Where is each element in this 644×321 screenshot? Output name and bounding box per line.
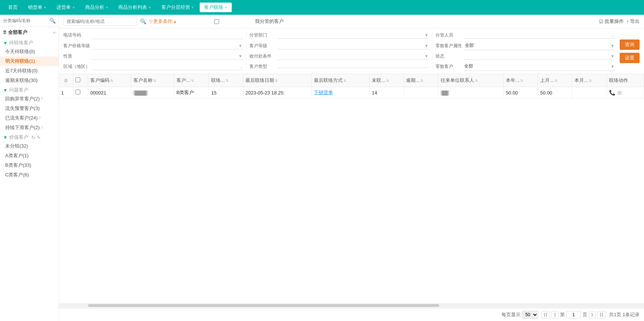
sort-icon-method[interactable]: ⇅	[343, 79, 346, 83]
sidebar-item-tomorrow-pending[interactable]: 明天待联络(1)	[0, 56, 59, 66]
sidebar-item-today-pending[interactable]: 今天待联络(0)	[0, 47, 59, 56]
sort-icon-overdue[interactable]: ⇅	[420, 79, 423, 83]
page-number-input[interactable]	[566, 311, 581, 318]
nav-item-0[interactable]: 销货单 ×	[24, 3, 50, 12]
sort-icon-this-month[interactable]: ⇅	[589, 79, 592, 83]
action-icon-phone[interactable]: 📞	[609, 90, 615, 96]
data-table-container: ⚙ 客户编码⇅ 客户名称⇅ 客户...⇅ 联络...⇅ 最后联络日期⇅ 最后联络…	[59, 74, 644, 303]
help-icon-3[interactable]: ?	[41, 125, 43, 130]
sidebar-item-7day-pending[interactable]: 近7天待联络(0)	[0, 66, 59, 76]
sidebar-item-type-a[interactable]: A类客户(1)	[0, 151, 59, 160]
sort-icon-year[interactable]: ⇅	[520, 79, 523, 83]
td-this-month	[572, 87, 606, 99]
last-page-button[interactable]: ⟩⟩	[597, 311, 606, 318]
sidebar-item-type-b[interactable]: B类客户(33)	[0, 160, 59, 170]
sidebar-search-icon[interactable]: 🔍	[49, 18, 56, 24]
edit-icon[interactable]: ✎	[37, 135, 41, 140]
close-icon-1[interactable]: ×	[72, 5, 74, 10]
ellipsis-icon: ...	[611, 33, 615, 37]
price-level-select[interactable]: ▼	[92, 42, 243, 49]
col-code-label: 客户编码	[90, 77, 109, 83]
col-this-year: 本年...⇅	[504, 74, 538, 87]
sidebar-search-bar[interactable]: 🔍	[0, 15, 59, 27]
setting-button[interactable]: 设置	[620, 53, 640, 63]
horizontal-scrollbar[interactable]	[59, 303, 644, 308]
td-overdue	[404, 87, 438, 99]
nav-item-3[interactable]: 商品分析列表 ×	[114, 3, 155, 12]
nav-item-4[interactable]: 客户分层经营 ×	[157, 3, 198, 12]
grid-icon: ⠿	[3, 30, 7, 35]
help-icon-2[interactable]: ?	[38, 116, 41, 120]
col-overdue: 逾期...⇅	[404, 74, 438, 87]
sort-icon-unlisted[interactable]: ⇅	[386, 79, 389, 83]
export-button[interactable]: ↑ 导出	[627, 18, 640, 25]
search-input[interactable]	[63, 17, 137, 26]
scrollbar-thumb[interactable]	[88, 304, 439, 307]
page-size-select[interactable]: 50	[522, 311, 538, 319]
col-actions: 联络动作	[606, 74, 644, 87]
help-icon-0[interactable]: ?	[41, 97, 43, 101]
close-icon-4[interactable]: ×	[192, 5, 194, 10]
close-icon-0[interactable]: ×	[44, 5, 46, 10]
sidebar-item-ungrouped[interactable]: 未分组(32)	[0, 141, 59, 151]
customer-type-select[interactable]	[277, 65, 429, 68]
sort-icon-name[interactable]: ⇅	[153, 79, 156, 83]
phone-input[interactable]	[91, 31, 243, 39]
col-type-label: 客户...	[176, 77, 190, 83]
sort-icon-date[interactable]: ⇅	[275, 79, 278, 83]
pagination-nav: ⟨⟨ ⟨ 第 页 ⟩ ⟩⟩	[541, 311, 606, 318]
next-page-button[interactable]: ⟩	[589, 311, 596, 318]
col-this-year-label: 本年...	[506, 77, 519, 83]
sort-icon-person[interactable]: ⇅	[475, 79, 478, 83]
refresh-icon[interactable]: ↻	[31, 135, 35, 140]
sidebar-item-declining-customers[interactable]: 持续下滑客户(2) ?	[0, 123, 59, 132]
close-icon-3[interactable]: ×	[148, 5, 151, 10]
chevron-down-icon-2: ▼	[238, 44, 242, 48]
status-select[interactable]: ▼	[463, 53, 615, 60]
nav-home[interactable]: 首页	[4, 3, 22, 12]
region-select[interactable]: ...	[92, 63, 243, 70]
first-page-button[interactable]: ⟨⟨	[541, 311, 550, 318]
close-icon-2[interactable]: ×	[106, 5, 108, 10]
sidebar-all-customers[interactable]: ⠿ 全部客户 «	[0, 27, 59, 38]
row-checkbox-0[interactable]	[76, 90, 80, 94]
sidebar-item-lost-customers[interactable]: 已流失客户(24) ?	[0, 113, 59, 123]
filter-phone: 电话号码	[63, 31, 243, 39]
col-overdue-label: 逾期...	[406, 77, 420, 83]
col-last-date: 最后联络日期⇅	[243, 74, 312, 87]
payment-select[interactable]: ▼	[277, 53, 429, 60]
batch-operation-button[interactable]: ☑ 批量操作	[599, 18, 624, 25]
my-customers-checkbox[interactable]: 我分管的客户	[180, 18, 284, 25]
select-all-checkbox[interactable]	[76, 77, 80, 82]
col-settings[interactable]: ⚙	[59, 74, 73, 87]
action-icon-more[interactable]: ⊞	[617, 90, 622, 96]
manager-select[interactable]: ...	[463, 32, 615, 39]
nature-select[interactable]: ▼	[91, 53, 243, 60]
nav-item-5[interactable]: 客户联络 ×	[200, 3, 231, 12]
ellipsis-icon-2: ...	[239, 64, 242, 69]
sort-icon-code[interactable]: ⇅	[110, 79, 113, 83]
sidebar-search-input[interactable]	[3, 18, 49, 23]
dept-select[interactable]: ▼	[277, 32, 429, 39]
last-contact-method-link-0[interactable]: 下销货单	[314, 90, 333, 95]
nav-item-1[interactable]: 进货单 ×	[52, 3, 79, 12]
page-input-group: 第 页	[560, 311, 587, 318]
col-name-label: 客户名称	[133, 77, 153, 83]
sort-icon-type[interactable]: ⇅	[191, 79, 194, 83]
td-name: ████	[131, 87, 174, 99]
sidebar-item-type-c[interactable]: C类客户(6)	[0, 170, 59, 180]
sort-icon-contacts[interactable]: ⇅	[225, 79, 228, 83]
sidebar-item-abnormal-repurchase[interactable]: 回购异常客户(2) ?	[0, 94, 59, 104]
customer-level-select[interactable]: ▼	[277, 42, 429, 49]
prev-page-button[interactable]: ⟨	[552, 311, 559, 318]
sidebar-item-loss-warning[interactable]: 流失预警客户(3)	[0, 104, 59, 113]
query-button[interactable]: 查询	[620, 39, 640, 50]
close-icon-5[interactable]: ×	[225, 5, 227, 10]
nav-item-2[interactable]: 商品分析 ×	[81, 3, 112, 12]
sort-icon-last-month[interactable]: ⇅	[554, 79, 557, 83]
retail-attr-select[interactable]: 全部 ▼	[464, 41, 615, 50]
search-button[interactable]: 🔍	[140, 18, 146, 24]
sidebar-item-overdue-pending[interactable]: 逾期未联络(30)	[0, 76, 59, 85]
more-conditions-button[interactable]: ▽ 更多条件 ▲	[149, 18, 177, 25]
retail-customer-select[interactable]: 全部 ▼	[463, 62, 615, 71]
